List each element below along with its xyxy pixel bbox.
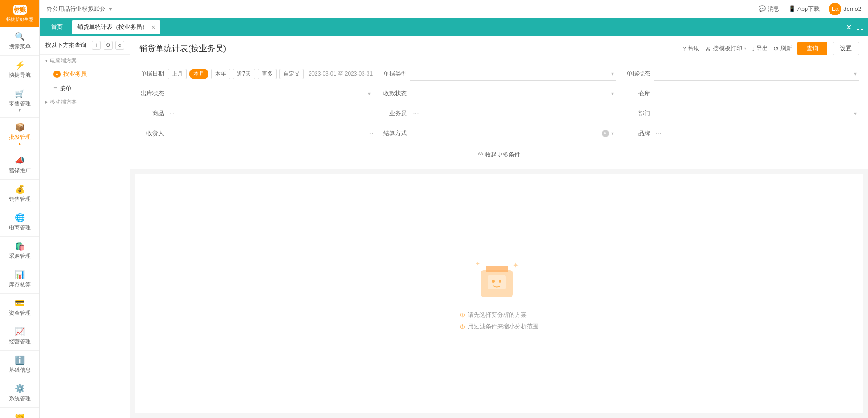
- export-btn[interactable]: ↓ 导出: [752, 44, 769, 52]
- query-btn[interactable]: 查询: [797, 42, 827, 55]
- department-label: 部门: [625, 109, 650, 118]
- top-header: 办公用品行业模拟账套 ▾ 💬 消息 📱 App下载 Ea demo2: [40, 0, 868, 18]
- help-btn[interactable]: ? 帮助: [683, 44, 699, 52]
- payment-status-select[interactable]: ▾: [410, 87, 616, 100]
- sidebar-item-enterprise[interactable]: 🤝 企业协同: [0, 408, 39, 418]
- collapse-up-icon: ^^: [478, 152, 483, 158]
- receiver-dots[interactable]: ···: [367, 129, 373, 138]
- tab-active[interactable]: 销货单统计表（按业务员） ×: [72, 20, 160, 34]
- doc-type-select[interactable]: ▾: [410, 67, 616, 81]
- tab-close-btn[interactable]: ×: [151, 24, 155, 30]
- sidebar-item-purchase[interactable]: 🛍️ 采购管理: [0, 237, 39, 265]
- sidebar: 标账 畅捷信好生意 🔍 搜索菜单 ⚡ 快捷导航 🛒 零售管理 ▾ 📦 批发管理 …: [0, 0, 40, 418]
- sidebar-item-marketing[interactable]: 📣 营销推广: [0, 151, 39, 180]
- enterprise-icon: 🤝: [15, 412, 25, 418]
- filter-date: 单据日期 上月 本月 本年 近7天 更多 自定义 2023-03-01 至 20…: [139, 69, 373, 79]
- message-btn[interactable]: 💬 消息: [759, 5, 779, 13]
- add-scheme-btn[interactable]: +: [92, 41, 101, 50]
- tab-home[interactable]: 首页: [44, 20, 70, 34]
- filter-row-4: 收货人 ··· 结算方式 × ▾: [139, 127, 859, 140]
- print-btn[interactable]: 🖨 按模板打印 ▾: [705, 44, 746, 52]
- sidebar-item-operations[interactable]: 📈 经营管理: [0, 322, 39, 351]
- print-icon: 🖨: [705, 45, 711, 52]
- payment-status-label: 收款状态: [382, 90, 407, 98]
- right-content: 销货单统计表(按业务员) ? 帮助 🖨 按模板打印 ▾ ↓ 导出: [130, 36, 868, 418]
- purchase-icon: 🛍️: [15, 241, 25, 251]
- retail-icon: 🛒: [15, 89, 25, 99]
- sidebar-item-finance[interactable]: 💳 资金管理: [0, 294, 39, 322]
- department-select[interactable]: ▾: [654, 107, 859, 120]
- sidebar-item-sales[interactable]: 💰 销售管理: [0, 180, 39, 208]
- sales-icon: 💰: [15, 184, 25, 194]
- sidebar-item-search[interactable]: 🔍 搜索菜单: [0, 27, 39, 56]
- sidebar-item-basic[interactable]: ℹ️ 基础信息: [0, 351, 39, 379]
- left-panel-actions: + ⚙ «: [92, 41, 124, 50]
- date-btn-custom[interactable]: 自定义: [279, 69, 304, 79]
- date-btn-7days[interactable]: 近7天: [233, 69, 255, 79]
- basic-icon: ℹ️: [15, 355, 25, 365]
- tab-bar: 首页 销货单统计表（按业务员） × ✕ ⛶: [40, 18, 868, 36]
- date-btn-last-month[interactable]: 上月: [168, 69, 187, 79]
- brand-select[interactable]: ···: [654, 127, 859, 140]
- svg-rect-1: [486, 266, 508, 272]
- filter-row-1: 单据日期 上月 本月 本年 近7天 更多 自定义 2023-03-01 至 20…: [139, 67, 859, 81]
- settings-btn[interactable]: 设置: [833, 42, 859, 55]
- sidebar-item-system[interactable]: ⚙️ 系统管理: [0, 379, 39, 408]
- page-title: 销货单统计表(按业务员): [139, 43, 226, 54]
- tree-item-by-salesman[interactable]: ● 按业务员: [40, 67, 130, 81]
- doc-status-label: 单据状态: [625, 70, 650, 78]
- date-btn-this-year[interactable]: 本年: [211, 69, 230, 79]
- sidebar-item-retail[interactable]: 🛒 零售管理 ▾: [0, 84, 39, 118]
- filter-area: 单据日期 上月 本月 本年 近7天 更多 自定义 2023-03-01 至 20…: [130, 60, 868, 169]
- filter-brand: 品牌 ···: [625, 127, 859, 140]
- mobile-expand-arrow: ▸: [45, 99, 48, 105]
- date-btn-more[interactable]: 更多: [258, 69, 277, 79]
- user-profile-btn[interactable]: Ea demo2: [829, 3, 861, 15]
- doc-status-select[interactable]: ▾: [654, 67, 859, 81]
- filter-department: 部门 ▾: [625, 107, 859, 120]
- date-btn-this-month[interactable]: 本月: [189, 69, 208, 79]
- tab-window-close[interactable]: ✕: [846, 23, 852, 32]
- logo-icon: 标账: [13, 5, 27, 15]
- payment-status-dropdown-icon: ▾: [611, 90, 614, 97]
- collapse-btn[interactable]: ^^ 收起更多条件: [478, 151, 520, 159]
- tree-item-by-order[interactable]: ≡ 按单: [40, 81, 130, 96]
- active-dot: ●: [53, 71, 61, 78]
- tree-expand-arrow: ▾: [45, 58, 48, 64]
- settlement-select[interactable]: × ▾: [410, 127, 616, 140]
- sidebar-item-wholesale[interactable]: 📦 批发管理 ▴: [0, 118, 39, 151]
- brand-label: 品牌: [625, 129, 650, 138]
- help-icon: ?: [683, 45, 686, 52]
- operations-icon: 📈: [15, 327, 25, 337]
- date-label: 单据日期: [139, 70, 164, 78]
- sidebar-item-shortcut[interactable]: ⚡ 快捷导航: [0, 56, 39, 84]
- filter-payment-status: 收款状态 ▾: [382, 87, 616, 100]
- app-logo[interactable]: 标账 畅捷信好生意: [0, 0, 40, 27]
- salesman-label: 业务员: [382, 109, 407, 118]
- filter-receiver: 收货人 ···: [139, 127, 373, 140]
- warehouse-select[interactable]: ...: [654, 87, 859, 100]
- content-area: 按以下方案查询 + ⚙ « ▾ 电脑端方案: [40, 36, 868, 418]
- empty-illustration: ✦ ✦: [472, 256, 526, 302]
- left-panel: 按以下方案查询 + ⚙ « ▾ 电脑端方案: [40, 36, 130, 418]
- date-range-text: 2023-03-01 至 2023-03-31: [309, 70, 373, 78]
- dropdown-arrow[interactable]: ▾: [109, 5, 112, 12]
- app-download-btn[interactable]: 📱 App下载: [788, 5, 820, 13]
- salesman-select[interactable]: ···: [410, 107, 616, 120]
- sidebar-item-inventory[interactable]: 📊 库存核算: [0, 265, 39, 294]
- collapse-panel-btn[interactable]: «: [115, 41, 124, 50]
- doc-type-label: 单据类型: [382, 70, 407, 78]
- svg-text:✦: ✦: [513, 261, 519, 269]
- settlement-label: 结算方式: [382, 129, 407, 138]
- settings-scheme-btn[interactable]: ⚙: [104, 41, 113, 50]
- print-dropdown-arrow: ▾: [744, 46, 746, 51]
- receiver-input[interactable]: [168, 127, 363, 140]
- empty-tip-1: ① 请先选择要分析的方案: [460, 311, 538, 319]
- refresh-btn[interactable]: ↺ 刷新: [774, 44, 792, 52]
- product-select[interactable]: ···: [168, 107, 373, 120]
- department-dropdown-icon: ▾: [854, 110, 857, 117]
- tab-window-maximize[interactable]: ⛶: [856, 23, 863, 31]
- sidebar-item-ecommerce[interactable]: 🌐 电商管理: [0, 208, 39, 237]
- settlement-clear-btn[interactable]: ×: [602, 130, 609, 137]
- out-status-select[interactable]: ▾: [168, 87, 373, 100]
